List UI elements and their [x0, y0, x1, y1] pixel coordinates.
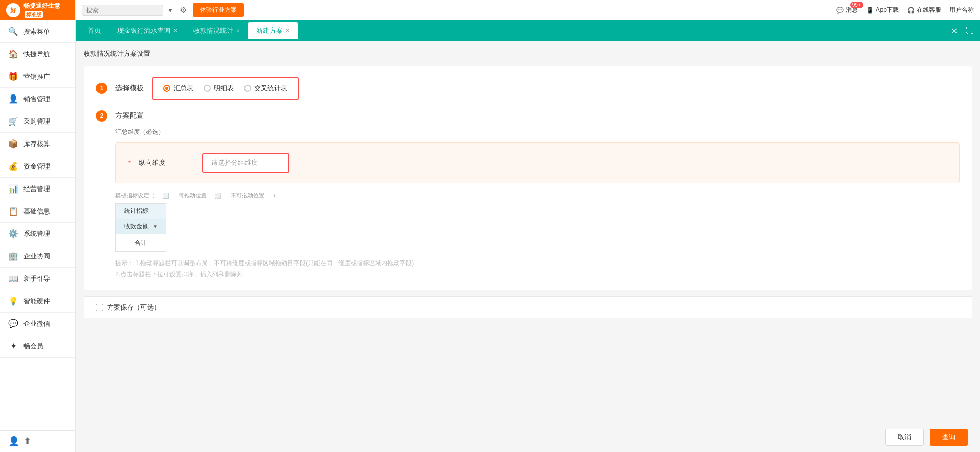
user-bottom-icon[interactable]: 👤 [8, 436, 19, 447]
user-name: 用户名称 [949, 6, 974, 14]
search-input[interactable] [82, 5, 163, 16]
industry-btn[interactable]: 体验行业方案 [193, 3, 244, 17]
upload-icon[interactable]: ⬆ [23, 436, 31, 447]
tab-collection[interactable]: 收款情况统计 × [185, 22, 248, 39]
sidebar-item-base-info[interactable]: 📋 基础信息 [0, 200, 75, 223]
collection-amount-row[interactable]: 收款金额 ▼ [116, 219, 166, 234]
sidebar-item-label: 企业协同 [23, 252, 50, 261]
cancel-button[interactable]: 取消 [885, 429, 924, 446]
sidebar-item-finance[interactable]: 💰 资金管理 [0, 155, 75, 178]
sidebar-item-inventory[interactable]: 📦 库存核算 [0, 133, 75, 155]
bulb-icon: 💡 [8, 296, 18, 306]
sidebar-item-guide[interactable]: 📖 新手引导 [0, 268, 75, 290]
chat-icon: 💬 [8, 319, 18, 328]
radio-circle-cross [244, 85, 251, 92]
radio-group: 汇总表 明细表 交叉统计表 [163, 84, 287, 93]
radio-detail[interactable]: 明细表 [204, 84, 234, 93]
search-icon: 🔍 [8, 27, 18, 36]
tab-bank-flow[interactable]: 现金银行流水查询 × [109, 22, 185, 39]
metrics-section: 模板指标设定（ 可拖动位置 不可拖动位置 ） 统计指标 [115, 192, 960, 252]
tips-section: 提示： 1.拖动标题栏可以调整布局，不可跨维度或指标区域拖动目字段(只能在同一维… [115, 258, 960, 280]
draggable-legend-box [163, 193, 169, 199]
step2-body: 汇总维度（必选） * 纵向维度 —— 请选择分组维度 [115, 128, 960, 280]
tab-bank-close[interactable]: × [174, 28, 177, 34]
tab-collection-close[interactable]: × [236, 28, 240, 34]
tab-new-plan-label: 新建方案 [256, 26, 283, 35]
tab-new-plan[interactable]: 新建方案 × [248, 22, 298, 39]
save-checkbox[interactable] [96, 304, 103, 311]
dimension-title: 汇总维度（必选） [115, 128, 960, 136]
dim-row: * 纵向维度 —— 请选择分组维度 [128, 153, 947, 173]
sidebar-item-operations[interactable]: 📊 经营管理 [0, 178, 75, 200]
query-button[interactable]: 查询 [930, 429, 968, 446]
dimension-area: * 纵向维度 —— 请选择分组维度 [115, 142, 960, 183]
save-label: 方案保存（可选） [107, 303, 160, 312]
sidebar-item-search[interactable]: 🔍 搜索菜单 [0, 20, 75, 43]
gear-icon: ⚙️ [8, 229, 18, 239]
book-icon: 📖 [8, 274, 18, 283]
sidebar-item-label: 畅会员 [23, 342, 43, 351]
sidebar-item-quick-nav[interactable]: 🏠 快捷导航 [0, 43, 75, 65]
sidebar-item-label: 搜索菜单 [23, 27, 50, 36]
sidebar-item-label: 新手引导 [23, 274, 50, 283]
user-icon: 👤 [8, 94, 18, 104]
radio-circle-detail [204, 85, 211, 92]
sidebar-item-hardware[interactable]: 💡 智能硬件 [0, 290, 75, 313]
step2-num: 2 [96, 110, 107, 122]
step1-label: 选择模板 [115, 84, 144, 93]
sidebar-item-marketing[interactable]: 🎁 营销推广 [0, 65, 75, 88]
radio-cross[interactable]: 交叉统计表 [244, 84, 287, 93]
cart-icon: 🛒 [8, 116, 18, 126]
logo-tag: 标准版 [24, 11, 43, 18]
content-area: 收款情况统计方案设置 1 选择模板 汇总表 明细表 [76, 41, 980, 422]
metrics-close-paren: ） [273, 192, 278, 199]
sidebar-item-member[interactable]: ✦ 畅会员 [0, 335, 75, 358]
topbar-dropdown[interactable]: ▼ [167, 7, 174, 14]
main-area: ▼ ⚙ 体验行业方案 💬 消息 99+ 📱 App下载 🎧 在线客服 用户名称 … [76, 0, 980, 452]
sidebar-item-label: 销售管理 [23, 94, 50, 104]
bottom-bar: 方案保存（可选） [84, 296, 972, 318]
radio-summary[interactable]: 汇总表 [163, 84, 193, 93]
sidebar-item-sales[interactable]: 👤 销售管理 [0, 88, 75, 110]
tab-new-plan-close[interactable]: × [286, 28, 289, 34]
draggable-label: 可拖动位置 [179, 192, 207, 199]
step2-container: 2 方案配置 汇总维度（必选） * 纵向维度 —— 请选择分组维度 [96, 110, 960, 280]
message-icon: 💬 [836, 7, 844, 14]
collection-amount-label: 收款金额 [124, 222, 149, 231]
money-icon: 💰 [8, 161, 18, 171]
stats-header-label: 统计指标 [124, 207, 149, 216]
topbar-gear-icon[interactable]: ⚙ [180, 5, 187, 15]
step1-num: 1 [96, 83, 107, 94]
total-label: 合计 [135, 239, 147, 246]
tabbar-close-btn[interactable]: ✕ [949, 24, 960, 38]
tab-home[interactable]: 首页 [80, 22, 109, 39]
dim-select-box[interactable]: 请选择分组维度 [202, 153, 289, 173]
metrics-legend: 模板指标设定（ 可拖动位置 不可拖动位置 ） [115, 192, 960, 199]
step2-label: 方案配置 [115, 111, 144, 121]
clipboard-icon: 📋 [8, 206, 18, 216]
radio-circle-summary [163, 85, 170, 92]
sidebar-item-label: 库存核算 [23, 139, 50, 149]
sidebar-item-purchase[interactable]: 🛒 采购管理 [0, 110, 75, 133]
box-icon: 📦 [8, 139, 18, 149]
sidebar-item-label: 智能硬件 [23, 297, 50, 306]
metrics-table: 统计指标 收款金额 ▼ 合计 [115, 203, 166, 252]
sidebar-item-system[interactable]: ⚙️ 系统管理 [0, 223, 75, 245]
app-download[interactable]: 📱 App下载 [866, 6, 899, 14]
sidebar-logo: 好 畅捷通好生意 标准版 [0, 0, 75, 20]
sidebar-item-label: 营销推广 [23, 72, 50, 81]
sidebar-item-label: 采购管理 [23, 117, 50, 126]
tab-collection-label: 收款情况统计 [193, 26, 233, 35]
online-service[interactable]: 🎧 在线客服 [907, 6, 941, 14]
metrics-label: 模板指标设定（ [115, 192, 155, 199]
tabbar-expand-btn[interactable]: ⛶ [964, 24, 976, 38]
nondraggable-legend-box [215, 193, 221, 199]
message-badge[interactable]: 💬 消息 99+ [836, 6, 858, 14]
sidebar-item-label: 快捷导航 [23, 50, 50, 59]
sidebar-item-wechat[interactable]: 💬 企业微信 [0, 313, 75, 335]
sidebar-bottom: 👤 ⬆ [0, 430, 75, 452]
service-label: 在线客服 [917, 6, 941, 14]
sidebar-item-enterprise[interactable]: 🏢 企业协同 [0, 245, 75, 268]
message-count: 99+ [850, 2, 863, 8]
sidebar-item-label: 资金管理 [23, 162, 50, 171]
